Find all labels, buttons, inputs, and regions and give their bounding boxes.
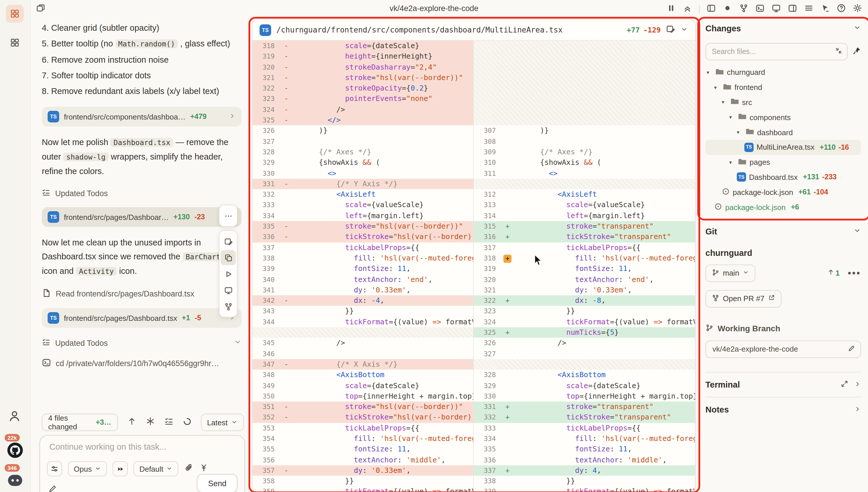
tree-file-package-lock.json[interactable]: package-lock.json+61-104 (705, 185, 861, 200)
tree-file-MultiLineArea.tsx[interactable]: TSMultiLineArea.tsx+110-16 (705, 140, 861, 155)
scroll-top-button[interactable] (127, 417, 136, 428)
tree-folder-components[interactable]: ▾components (705, 110, 861, 125)
fast-forward-button[interactable] (113, 461, 128, 476)
talon-icon[interactable] (200, 463, 209, 474)
diff-marker (280, 391, 292, 402)
notes-section-header[interactable]: Notes (705, 397, 861, 414)
chevron-down-icon[interactable] (680, 25, 688, 35)
diff-view-toggle-icon[interactable] (666, 24, 675, 36)
pin-icon[interactable] (852, 46, 861, 57)
tree-folder-dashboard[interactable]: ▾dashboard (705, 125, 861, 140)
panel-right-icon[interactable] (788, 3, 797, 15)
attach-icon[interactable] (184, 463, 194, 474)
palette-copy-button[interactable] (220, 250, 236, 265)
cursorline-icon[interactable] (820, 3, 830, 15)
git-more-menu[interactable]: ••• (848, 268, 861, 278)
code-text: textAnchor: 'middle', (514, 454, 695, 465)
diff-marker (280, 348, 292, 359)
file-diff-chip[interactable]: TSfrontend/src/pages/Dashboar…+130-23 (42, 207, 241, 227)
branch-dropdown[interactable]: main (705, 265, 755, 282)
code-text: }} (292, 476, 473, 487)
tree-folder-churnguard[interactable]: ▾churnguard (705, 65, 861, 80)
diff-marker (501, 317, 514, 327)
file-diff-chip[interactable]: TSfrontend/src/components/dashboa…+479 (42, 107, 241, 126)
collapse-tree-icon[interactable] (835, 46, 842, 57)
file-diff-chip[interactable]: TSfrontend/src/pages/Dashboard.tsx+1-5 (42, 308, 241, 328)
line-number: 318 (253, 41, 280, 51)
code-text: {showAxis && ( (514, 157, 695, 168)
list-item: 5. Better tooltip (no Math.random() , gl… (42, 36, 241, 51)
diff-code-line: 330 <> (253, 168, 474, 179)
github-icon[interactable] (7, 442, 23, 461)
diff-code-line: 351- stroke="hsl(var(--border))" (253, 401, 474, 412)
dot-icon[interactable] (723, 3, 732, 15)
diff-row: 321- stroke="hsl(var(--border))" (253, 73, 695, 83)
search-files-input[interactable] (711, 47, 831, 56)
changes-section-header[interactable]: Changes (705, 22, 861, 35)
diff-marker (501, 487, 514, 492)
gear-icon[interactable] (853, 3, 862, 15)
help-icon[interactable] (837, 3, 846, 15)
send-button[interactable]: Send (197, 474, 237, 492)
palette-fork-button[interactable] (220, 299, 236, 314)
compact-button[interactable] (145, 417, 155, 428)
terminal-section-header[interactable]: Terminal (705, 372, 861, 389)
list-item: 7. Softer tooltip indicator dots (42, 69, 241, 82)
diff-empty-cell (474, 359, 695, 370)
working-branch-input[interactable] (711, 344, 844, 354)
collapse-icon[interactable] (683, 3, 692, 15)
account-icon[interactable] (8, 410, 21, 425)
tool-action-row[interactable]: Read frontend/src/pages/Dashboard.tsx (42, 288, 241, 299)
model-dropdown[interactable]: Opus (68, 461, 107, 476)
diff-marker (280, 253, 292, 264)
diff-code-line: 343 }} (253, 306, 474, 317)
fork-icon[interactable] (739, 3, 748, 15)
mode-dropdown[interactable]: Default (134, 461, 178, 476)
line-number: 353 (253, 423, 280, 434)
updated-todos-row[interactable]: Updated Todos (42, 188, 241, 198)
message-input[interactable] (48, 442, 239, 452)
settings-sliders-button[interactable] (47, 461, 62, 476)
palette-monitor-button[interactable] (220, 282, 236, 298)
diff-panel: TS /churnguard/frontend/src/components/d… (252, 19, 696, 492)
code-text: )} (514, 126, 695, 136)
add-comment-button[interactable]: + (503, 255, 512, 263)
tree-folder-frontend[interactable]: ▾frontend (705, 80, 861, 95)
working-branch-field[interactable] (705, 341, 861, 358)
composer-card: Opus Default Send (40, 435, 245, 492)
assistant-paragraph: Now let me polish Dashboard.tsx — remove… (42, 135, 241, 178)
diff-code-line: 348 <AxisBottom (253, 370, 474, 380)
line-number: 329 (253, 157, 280, 168)
diff-code-line: 332+ tickStroke="transparent" (474, 412, 695, 423)
tree-folder-pages[interactable]: ▾pages (705, 155, 861, 170)
latest-dropdown[interactable]: Latest (201, 414, 244, 431)
apps-grid-icon[interactable] (6, 34, 24, 52)
terminal-icon[interactable] (755, 3, 765, 15)
tool-action-row[interactable]: cd /private/var/folders/10/h7w0q46556ggr… (42, 358, 241, 369)
palette-editdiff-button[interactable] (220, 234, 236, 249)
pause-icon[interactable] (666, 3, 676, 15)
git-branch-icon (705, 324, 713, 334)
code-text: tickStroke="transparent" (514, 412, 695, 423)
panel-left-icon[interactable] (707, 3, 716, 15)
tree-file-Dashboard.tsx[interactable]: TSDashboard.tsx+131-233 (705, 170, 861, 185)
monitor-icon[interactable] (772, 3, 781, 15)
updated-todos-row[interactable]: Updated Todos (42, 338, 241, 348)
edit-pencil-icon[interactable] (848, 344, 855, 354)
line-number: 308 (474, 136, 501, 147)
expand-icon[interactable] (841, 380, 848, 389)
edit-pencil-icon[interactable] (48, 485, 57, 492)
search-files-box[interactable] (705, 43, 848, 60)
palette-more-button[interactable] (220, 208, 236, 223)
tree-file-package-lock.json[interactable]: package-lock.json+6 (705, 200, 861, 215)
menu-icon[interactable] (804, 3, 814, 15)
files-changed-chip[interactable]: 4 files changed +3… (42, 414, 118, 431)
open-pr-button[interactable]: Open PR #7 (705, 290, 781, 308)
diff-row: 319- height={innerHeight} (253, 51, 695, 62)
discord-icon[interactable] (7, 472, 23, 491)
palette-play-button[interactable] (220, 266, 236, 281)
todos-button[interactable] (164, 417, 173, 428)
tree-folder-src[interactable]: ▾src (705, 95, 861, 110)
diff-code-line: 347- {/* X Axis */} (253, 359, 474, 370)
git-section-header[interactable]: Git (705, 225, 861, 238)
